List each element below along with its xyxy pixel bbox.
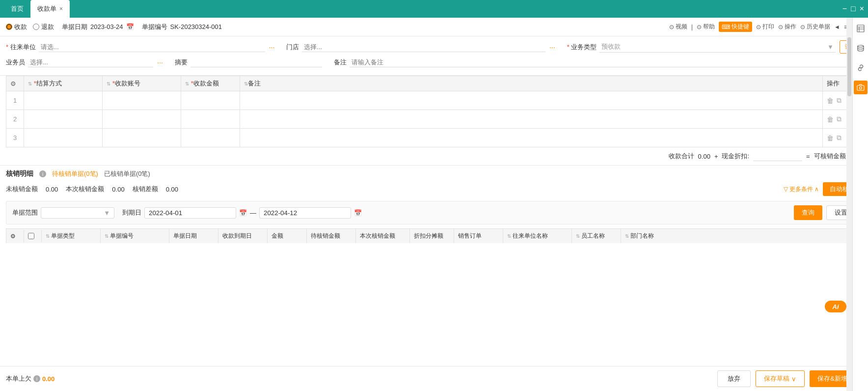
row-1-account[interactable] — [103, 91, 181, 110]
abandon-btn[interactable]: 放弃 — [717, 370, 751, 387]
video-btn[interactable]: ⊙ 视频 — [669, 23, 687, 31]
video-icon: ⊙ — [669, 24, 674, 30]
shop-ellipsis[interactable]: ··· — [549, 43, 555, 51]
counterpart-ellipsis[interactable]: ··· — [269, 43, 275, 51]
shop-input[interactable] — [302, 42, 545, 52]
due-value: 0.00 — [42, 375, 54, 383]
verify-filter-row: 单据范围 ▼ 到期日 📅 — 📅 查询 设置 — [6, 201, 862, 224]
sum-equals: = — [806, 153, 810, 160]
row-2-amount[interactable] — [181, 110, 240, 129]
window-controls: − □ × — [842, 4, 864, 13]
vth-checkbox[interactable] — [24, 230, 42, 242]
window-min-icon[interactable]: − — [842, 4, 847, 13]
sum-discount-input[interactable] — [753, 151, 802, 161]
tab-verified[interactable]: 已核销单据(0笔) — [104, 169, 150, 178]
radio-receipt[interactable]: 收款 — [6, 23, 27, 31]
print-btn[interactable]: ⊙ 打印 — [756, 23, 774, 31]
sidebar-table-icon[interactable] — [854, 22, 868, 35]
row-1-copy-icon[interactable]: ⧉ — [837, 96, 841, 105]
row-3-delete-icon[interactable]: 🗑 — [827, 134, 834, 142]
vth-current-amount: 本次核销金额 — [356, 229, 410, 243]
counterpart-field: 往来单位 ··· — [6, 42, 274, 52]
window-max-icon[interactable]: □ — [851, 4, 856, 13]
row-3-remark[interactable] — [240, 129, 823, 147]
row-3-copy-icon[interactable]: ⧉ — [837, 134, 841, 142]
row-3-settlement[interactable] — [24, 129, 103, 147]
sidebar-link-icon[interactable] — [854, 61, 868, 75]
range-field: 单据范围 ▼ — [12, 207, 114, 219]
table-gear-header: ⚙ — [6, 76, 24, 91]
scroll-thumb[interactable] — [847, 37, 851, 96]
date-to-input[interactable] — [259, 207, 351, 219]
operation-btn[interactable]: ⊙ 操作 — [778, 23, 796, 31]
row-1-no: 1 — [6, 91, 24, 110]
more-conditions-btn[interactable]: ▽ 更多条件 ∧ — [784, 185, 819, 194]
staff-field: 业务员 ··· — [6, 57, 163, 67]
vth-pending-amount: 待核销金额 — [307, 229, 356, 243]
svg-point-4 — [858, 45, 864, 47]
biz-type-select[interactable]: 预收款 ▼ — [599, 41, 836, 53]
svg-rect-0 — [857, 25, 864, 32]
nav-left-btn[interactable]: ◄ — [834, 24, 840, 30]
table-row: 1 🗑 ⧉ — [6, 91, 862, 110]
form-row-2: 业务员 ··· 摘要 备注 — [6, 57, 862, 67]
calendar-to-icon[interactable]: 📅 — [354, 209, 362, 217]
summary-input[interactable] — [190, 57, 322, 67]
sum-label1: 收款合计 — [669, 152, 694, 161]
table-gear-icon[interactable]: ⚙ — [10, 80, 16, 87]
row-3-amount[interactable] — [181, 129, 240, 147]
sum-label2: 现金折扣: — [722, 152, 749, 161]
history-btn[interactable]: ⊙ 历史单据 — [800, 23, 830, 31]
vth-counterpart: ⇅往来单位名称 — [503, 229, 572, 243]
remark-input[interactable] — [350, 57, 862, 67]
window-close-icon[interactable]: × — [860, 4, 864, 13]
row-2-copy-icon[interactable]: ⧉ — [837, 115, 841, 123]
diff-value: 0.00 — [166, 186, 178, 193]
receipt-refund-radio: 收款 退款 — [6, 23, 54, 31]
verify-info-icon[interactable]: i — [39, 170, 46, 177]
form-row-1: 往来单位 ··· 门店 ··· 业务类型 预收款 ▼ 设置 — [6, 40, 862, 54]
ai-badge[interactable]: Ai — [825, 301, 846, 312]
shortcut-btn[interactable]: ⌨ 快捷键 — [719, 22, 752, 32]
tab-pending-verify[interactable]: 待核销单据(0笔) — [52, 169, 98, 178]
save-draft-chevron: ∨ — [791, 375, 796, 383]
range-select[interactable]: ▼ — [41, 207, 114, 219]
vth-doc-type: ⇅单据类型 — [42, 229, 101, 243]
calendar-icon[interactable]: 📅 — [126, 23, 134, 30]
due-date-field: 到期日 📅 — 📅 — [122, 207, 362, 219]
unverified-value: 0.00 — [46, 186, 58, 193]
row-2-settlement[interactable] — [24, 110, 103, 129]
row-1-remark[interactable] — [240, 91, 823, 110]
toolbar-actions: ⊙ 视频 | ⊙ 帮助 ⌨ 快捷键 ⊙ 打印 ⊙ 操作 ⊙ 历史单据 — [669, 22, 862, 32]
due-info-icon[interactable]: i — [33, 375, 40, 382]
calendar-from-icon[interactable]: 📅 — [239, 209, 247, 217]
vth-staff: ⇅员工名称 — [572, 229, 621, 243]
vth-amount: 金额 — [268, 229, 307, 243]
row-3-account[interactable] — [103, 129, 181, 147]
row-2-remark[interactable] — [240, 110, 823, 129]
row-1-amount[interactable] — [181, 91, 240, 110]
date-from-input[interactable] — [144, 207, 236, 219]
sidebar-camera-icon[interactable] — [854, 81, 868, 94]
staff-input[interactable] — [28, 57, 153, 67]
row-1-settlement[interactable] — [24, 91, 103, 110]
row-1-delete-icon[interactable]: 🗑 — [827, 97, 834, 105]
sidebar-database-icon[interactable] — [854, 41, 868, 55]
radio-refund[interactable]: 退款 — [33, 23, 54, 31]
select-all-checkbox[interactable] — [28, 233, 34, 239]
tab-close-icon[interactable]: × — [59, 5, 63, 12]
sum-label3: 可核销金额 — [814, 152, 846, 161]
tab-home[interactable]: 首页 — [4, 0, 30, 18]
row-2-account[interactable] — [103, 110, 181, 129]
counterpart-input[interactable] — [39, 42, 265, 52]
vth-gear[interactable]: ⚙ — [6, 230, 24, 243]
staff-ellipsis[interactable]: ··· — [157, 58, 163, 66]
form-area: 往来单位 ··· 门店 ··· 业务类型 预收款 ▼ 设置 — [0, 36, 868, 76]
save-draft-btn[interactable]: 保存草稿 ∨ — [756, 370, 805, 387]
doc-no-field: 单据编号 SK-20230324-001 — [142, 23, 222, 31]
query-btn[interactable]: 查询 — [794, 205, 822, 220]
tab-receipt[interactable]: 收款单 × — [30, 0, 70, 18]
help-btn[interactable]: ⊙ 帮助 — [697, 23, 715, 31]
verify-title: 核销明细 — [6, 169, 33, 178]
row-2-delete-icon[interactable]: 🗑 — [827, 115, 834, 123]
